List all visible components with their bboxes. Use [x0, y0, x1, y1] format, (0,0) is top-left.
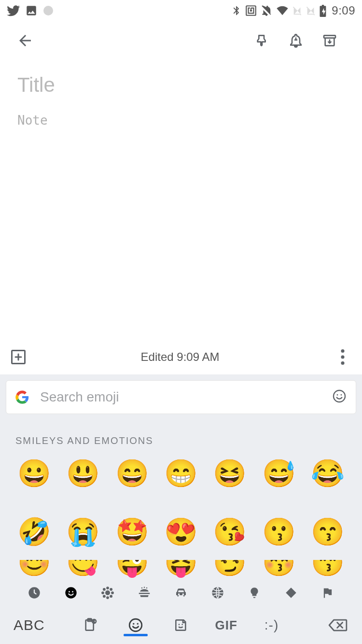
emoji[interactable]: 😘 [206, 514, 254, 550]
category-food-icon[interactable] [135, 586, 154, 600]
svg-point-5 [341, 361, 344, 365]
emoji-keyboard: SMILEYS AND EMOTIONS 😀 😃 😄 😁 😆 😅 😂 🤣 😭 🤩… [0, 374, 362, 644]
back-button[interactable] [16, 32, 34, 49]
svg-point-19 [110, 588, 112, 591]
svg-point-8 [341, 394, 342, 396]
note-editor [0, 60, 362, 343]
no-sim-2-icon [306, 4, 316, 17]
svg-point-0 [43, 6, 53, 15]
emoji[interactable]: 😊 [10, 560, 58, 579]
mode-abc-button[interactable]: ABC [14, 617, 68, 633]
svg-point-18 [103, 588, 106, 591]
emoji[interactable]: 😄 [108, 455, 156, 492]
svg-point-32 [137, 623, 139, 624]
category-smileys-icon[interactable] [61, 586, 81, 600]
do-not-disturb-icon [260, 4, 273, 17]
emoji[interactable]: 😙 [304, 560, 352, 579]
mode-sticker-button[interactable] [158, 617, 204, 633]
svg-point-15 [106, 596, 109, 599]
battery-charging-icon [319, 4, 327, 17]
photos-icon [25, 4, 38, 17]
category-symbols-icon[interactable] [281, 587, 301, 599]
emoji-category-strip [0, 579, 362, 606]
bluetooth-icon [231, 4, 242, 17]
category-flags-icon[interactable] [318, 586, 337, 600]
svg-rect-26 [286, 587, 296, 598]
keyboard-mode-strip: ABC GIF :-) [0, 606, 362, 644]
emoji[interactable]: 😃 [58, 455, 107, 492]
emoji[interactable]: 😍 [156, 514, 205, 550]
category-activities-icon[interactable] [208, 586, 227, 600]
mode-emoticon-button[interactable]: :-) [249, 617, 294, 633]
reminder-button[interactable] [279, 33, 313, 48]
emoji[interactable]: 😚 [254, 560, 303, 579]
emoji-search-input[interactable] [40, 389, 332, 405]
category-travel-icon[interactable] [171, 586, 191, 600]
edited-timestamp: Edited 9:09 AM [27, 350, 333, 364]
emoji[interactable]: 😀 [10, 455, 58, 492]
emoji[interactable]: 🤩 [108, 514, 156, 550]
category-nature-icon[interactable] [98, 586, 117, 600]
emoji-grid: 😀 😃 😄 😁 😆 😅 😂 🤣 😭 🤩 😍 😘 😗 😙 [0, 455, 362, 560]
mode-gif-button[interactable]: GIF [204, 618, 249, 633]
svg-point-3 [341, 349, 344, 353]
emoji-category-header: SMILEYS AND EMOTIONS [0, 414, 362, 455]
svg-point-24 [146, 587, 148, 589]
svg-point-34 [181, 624, 183, 625]
svg-point-12 [72, 591, 73, 592]
svg-point-10 [65, 587, 76, 598]
svg-point-7 [337, 394, 338, 396]
svg-point-4 [341, 355, 344, 358]
category-recent-icon[interactable] [25, 586, 44, 600]
svg-rect-1 [324, 35, 335, 38]
archive-button[interactable] [313, 33, 347, 48]
svg-point-20 [103, 595, 106, 598]
emoji[interactable]: 😂 [304, 455, 352, 492]
mode-clipboard-button[interactable] [68, 617, 113, 633]
pin-button[interactable] [245, 33, 279, 48]
svg-point-33 [179, 624, 180, 625]
google-icon [15, 390, 29, 404]
emoji[interactable]: 😭 [58, 514, 107, 550]
status-bar: 9:09 [0, 0, 362, 21]
svg-point-30 [129, 619, 142, 631]
emoji[interactable]: 😙 [304, 514, 352, 550]
status-time: 9:09 [332, 4, 355, 17]
svg-point-17 [111, 591, 114, 594]
emoji-happy-icon[interactable] [332, 388, 347, 406]
no-sim-icon [292, 4, 303, 17]
backspace-button[interactable] [294, 616, 348, 634]
app-notification-icon [42, 5, 54, 16]
emoji[interactable]: 🤣 [10, 514, 58, 550]
add-button[interactable] [10, 348, 27, 366]
svg-point-14 [106, 587, 109, 589]
nfc-icon [245, 4, 257, 17]
emoji[interactable]: 😆 [206, 455, 254, 492]
wifi-icon [276, 5, 289, 16]
emoji[interactable]: 😏 [206, 560, 254, 579]
note-input[interactable] [17, 113, 345, 128]
emoji[interactable]: 😜 [108, 560, 156, 579]
svg-point-31 [133, 623, 134, 624]
svg-point-23 [144, 587, 145, 588]
svg-point-22 [141, 587, 143, 589]
twitter-icon [7, 4, 20, 17]
mode-emoji-button[interactable] [113, 617, 158, 633]
emoji-search-box[interactable] [6, 380, 356, 414]
svg-point-11 [69, 591, 70, 592]
editor-bottom-bar: Edited 9:09 AM [0, 343, 362, 374]
title-input[interactable] [17, 73, 345, 97]
emoji[interactable]: 😁 [156, 455, 205, 492]
emoji[interactable]: 😋 [58, 560, 107, 579]
svg-point-16 [101, 591, 104, 594]
svg-point-21 [110, 595, 112, 598]
emoji[interactable]: 😝 [156, 560, 205, 579]
emoji[interactable]: 😗 [254, 514, 303, 550]
category-objects-icon[interactable] [245, 586, 264, 600]
svg-point-6 [334, 390, 345, 402]
svg-point-13 [105, 590, 110, 595]
overflow-menu-button[interactable] [333, 349, 352, 365]
emoji[interactable]: 😅 [254, 455, 303, 492]
app-bar [0, 21, 362, 60]
